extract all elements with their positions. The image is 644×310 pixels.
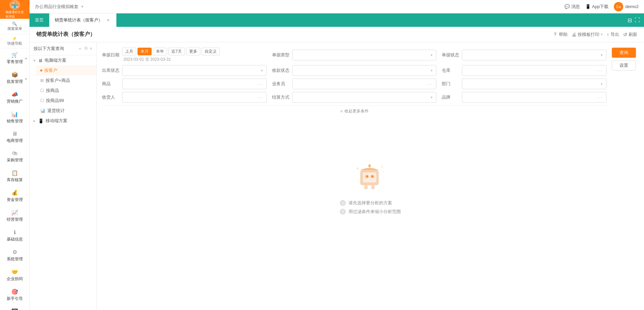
order-status-select[interactable]: ▾ xyxy=(462,50,606,60)
warehouse-input[interactable]: ··· xyxy=(462,65,606,76)
by-goods-icon: ☐ xyxy=(40,88,44,93)
tab-sales-stat[interactable]: 销货单统计表（按客户） ✕ xyxy=(49,13,116,27)
date-btn-this-year[interactable]: 本年 xyxy=(153,48,167,55)
sidebar-item-search[interactable]: 🔍 搜索菜单 xyxy=(0,19,30,34)
message-button[interactable]: 💬 消息 xyxy=(565,4,580,10)
sidebar-item-system[interactable]: ⚙ 系统管理 xyxy=(0,246,30,265)
sidebar-item-purchase[interactable]: 🛍 采购管理 xyxy=(0,147,30,166)
sidebar-item-quicknav[interactable]: ⚡ 快捷导航 xyxy=(0,34,30,48)
sidebar-newbie-label: 新手引导 xyxy=(7,296,23,302)
payment-arrow-icon: ▾ xyxy=(431,68,433,73)
sidebar-item-newbie[interactable]: 🎯 新手引导 xyxy=(0,285,30,305)
message-label: 消息 xyxy=(571,4,580,10)
tree-item-by-customer[interactable]: 按客户 xyxy=(36,65,96,75)
title-actions: ？ 帮助 🖨 按模板打印 ▾ ↑ 导出 ↺ 刷新 xyxy=(553,32,637,38)
recipient-input[interactable]: ··· xyxy=(122,92,267,103)
filter-row-1: 单据日期 上月 本月 本年 近7天 更多 自定义 xyxy=(102,48,606,62)
sidebar-item-appstore[interactable]: 🔲 应用中心 xyxy=(0,305,30,310)
sidebar-purchase-label: 采购管理 xyxy=(7,157,23,163)
payment-select[interactable]: ▾ xyxy=(292,65,437,76)
print-button[interactable]: 🖨 按模板打印 ▾ xyxy=(572,32,603,38)
mobile-section-label: 移动端方案 xyxy=(46,118,67,124)
tree-section-desktop[interactable]: ▾ 🖥 电脑端方案 xyxy=(30,55,96,65)
by-goods99-icon: ☐ xyxy=(40,98,44,103)
help-button[interactable]: ？ 帮助 xyxy=(553,32,568,38)
quicknav-icon: ⚡ xyxy=(0,36,30,41)
user-menu[interactable]: Ea demo2 xyxy=(614,2,639,11)
logo-text: 畅捷通好生意 标准版 xyxy=(6,10,24,19)
date-btn-last7days[interactable]: 近7天 xyxy=(168,48,185,55)
sidebar-item-wholesale[interactable]: 📦 批发管理 ▴ xyxy=(0,68,30,88)
sidebar-item-inventory[interactable]: 📋 库存核算 xyxy=(0,166,30,186)
filter-fields: 单据日期 上月 本月 本年 近7天 更多 自定义 xyxy=(102,48,606,117)
settings-scheme-icon[interactable]: ⊙ xyxy=(84,46,88,52)
filter-row-2: 出库状态 ▾ 收款状态 xyxy=(102,65,606,76)
date-btn-more[interactable]: 更多 xyxy=(186,48,200,55)
warehouse-dots-icon: ··· xyxy=(597,68,603,73)
app-download-button[interactable]: 📱 App下载 xyxy=(585,4,608,10)
tab-close-icon[interactable]: ✕ xyxy=(105,17,111,23)
tree-item-by-goods[interactable]: ☐ 按商品 xyxy=(36,86,96,96)
date-btn-custom[interactable]: 自定义 xyxy=(202,48,220,55)
tree-section-mobile[interactable]: ▸ 📱 移动端方案 xyxy=(30,116,96,126)
settlement-select[interactable]: ▾ xyxy=(292,92,437,103)
operation-icon: 📈 xyxy=(11,209,18,216)
add-scheme-icon[interactable]: ＋ xyxy=(78,46,82,52)
collapse-more-conditions[interactable]: ∧ 收起更多条件 xyxy=(102,105,606,117)
sidebar: 🏪 畅捷通好生意 标准版 🔍 搜索菜单 ⚡ 快捷导航 🛒 零售管理 ▾ 📦 批发… xyxy=(0,0,30,310)
sidebar-item-operation[interactable]: 📈 经营管理 xyxy=(0,206,30,226)
header-right: 💬 消息 📱 App下载 Ea demo2 xyxy=(565,2,639,11)
date-btn-last-month[interactable]: 上月 xyxy=(122,48,136,55)
sidebar-basic-label: 基础信息 xyxy=(7,237,23,242)
by-customer-active-indicator xyxy=(40,69,42,71)
collapse-panel-icon[interactable]: « xyxy=(90,46,92,52)
logo[interactable]: 🏪 畅捷通好生意 标准版 xyxy=(0,0,30,19)
salesperson-input[interactable]: ··· xyxy=(292,79,437,89)
sidebar-item-finance[interactable]: 💰 资金管理 xyxy=(0,186,30,206)
tree-item-by-customer-goods[interactable]: ⊞ 按客户+商品 xyxy=(36,75,96,86)
delivery-select[interactable]: ▾ xyxy=(122,65,267,76)
export-button[interactable]: ↑ 导出 xyxy=(607,32,619,38)
sidebar-item-enterprise[interactable]: 🤝 企业协同 xyxy=(0,265,30,285)
sidebar-item-basic[interactable]: ℹ 基础信息 xyxy=(0,226,30,246)
filter-salesperson: 业务员 ··· xyxy=(272,79,437,89)
left-panel: 按以下方案查询 ＋ ⊙ « ▾ 🖥 电脑端方案 xyxy=(30,42,97,310)
sidebar-item-sales[interactable]: 📊 销售管理 xyxy=(0,108,30,127)
tree-item-by-goods99[interactable]: ☐ 按商品99 xyxy=(36,96,96,106)
appstore-icon: 🔲 xyxy=(11,308,18,310)
retail-icon: 🛒 xyxy=(11,52,18,58)
desktop-folder-icon: 🖥 xyxy=(38,58,43,63)
query-button[interactable]: 查询 xyxy=(612,48,636,58)
order-type-select[interactable]: ▾ xyxy=(292,50,437,60)
return-stat-label: 退货统计 xyxy=(47,108,65,114)
date-btn-this-month[interactable]: 本月 xyxy=(138,48,152,55)
mobile-folder-icon: 📱 xyxy=(38,118,44,123)
by-customer-label: 按客户 xyxy=(44,67,57,73)
tab-expand[interactable]: ⊟ ⛶ xyxy=(624,17,644,23)
settings-button[interactable]: 设置 xyxy=(612,60,636,70)
main-wrapper: 办公用品行业模拟账套 ▾ 💬 消息 📱 App下载 Ea demo2 首页 xyxy=(30,0,644,310)
goods-label: 商品 xyxy=(102,81,119,87)
order-status-arrow-icon: ▾ xyxy=(601,53,603,57)
filter-order-type: 单据类型 ▾ xyxy=(272,48,437,62)
brand-input[interactable]: ··· xyxy=(462,92,606,103)
svg-point-10 xyxy=(357,167,359,169)
left-panel-header: 按以下方案查询 ＋ ⊙ « xyxy=(30,42,96,55)
sidebar-item-retail[interactable]: 🛒 零售管理 ▾ xyxy=(0,48,30,68)
filter-warehouse: 仓库 ··· xyxy=(442,65,606,76)
sales-icon: 📊 xyxy=(11,111,18,117)
refresh-button[interactable]: ↺ 刷新 xyxy=(623,32,637,38)
filter-area: 单据日期 上月 本月 本年 近7天 更多 自定义 xyxy=(102,48,639,117)
export-icon: ↑ xyxy=(607,32,609,37)
help-icon: ？ xyxy=(553,32,557,38)
department-select[interactable]: ▾ xyxy=(462,79,606,89)
goods-input[interactable]: ··· xyxy=(122,79,267,89)
logo-icon: 🏪 xyxy=(9,0,20,10)
sidebar-item-ecommerce[interactable]: 🖥 电商管理 xyxy=(0,127,30,147)
marketing-icon: 📣 xyxy=(11,91,18,98)
sidebar-item-marketing[interactable]: 📣 营销推广 xyxy=(0,88,30,108)
filter-department: 部门 ▾ xyxy=(442,79,606,89)
tab-home[interactable]: 首页 xyxy=(30,13,49,27)
tree-item-return-stat[interactable]: 📊 退货统计 xyxy=(36,106,96,116)
filter-payment: 收款状态 ▾ xyxy=(272,65,437,76)
